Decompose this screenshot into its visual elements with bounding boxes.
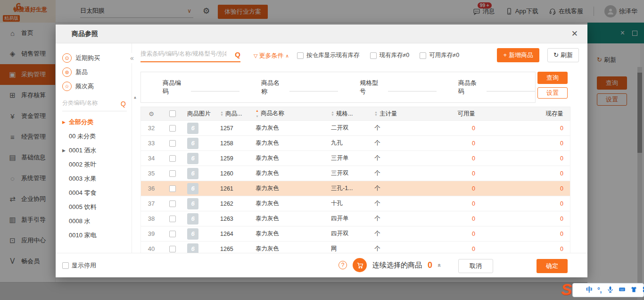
microphone-icon[interactable] (607, 286, 614, 294)
column-header-stock[interactable]: 现存量 (475, 110, 570, 118)
row-checkbox[interactable] (162, 216, 183, 222)
table-row[interactable]: 36 6 1261 泰力灰色 三孔-1... 个 0 0 (141, 181, 570, 196)
quick-filter-item[interactable]: ☆ 频次高 (62, 79, 132, 93)
category-label: 0002 茶叶 (69, 160, 97, 169)
row-checkbox[interactable] (162, 185, 183, 192)
filter-field-input[interactable] (388, 83, 437, 92)
checkbox-icon (370, 52, 377, 59)
close-icon[interactable]: ✕ (571, 29, 578, 39)
category-item[interactable]: ▶ 0001 酒水 (62, 143, 132, 158)
row-image-cell: 6 (183, 228, 220, 240)
search-icon[interactable]: Q (121, 100, 126, 108)
more-filters-toggle[interactable]: ▽更多条件∧ (254, 51, 289, 60)
expand-selection-icon[interactable]: « (436, 263, 443, 267)
table-scroll-up-icon[interactable]: ▲ (132, 95, 138, 100)
skin-shirt-icon[interactable] (630, 286, 637, 294)
column-settings-gear-icon[interactable]: ⚙ (141, 110, 162, 117)
column-header-unit[interactable]: ▲▼主计量 (374, 110, 414, 118)
category-item[interactable]: 0008 水 (62, 214, 132, 228)
add-product-button[interactable]: +新增商品 (497, 48, 539, 62)
row-stock: 0 (475, 170, 570, 177)
table-row[interactable]: 34 6 1259 泰力灰色 三开单 个 0 0 (141, 151, 570, 166)
filter-field-input[interactable] (289, 83, 338, 92)
category-item[interactable]: ▶ 全部分类 (62, 115, 132, 129)
ime-punctuation-icon[interactable]: °, (597, 286, 602, 294)
row-available: 0 (414, 170, 475, 177)
cancel-button[interactable]: 取消 (458, 259, 493, 273)
filter-field: 规格型号 (360, 79, 437, 96)
toolbox-grid-icon[interactable] (642, 286, 644, 294)
table-row[interactable]: 38 6 1263 泰力灰色 四开单 个 0 0 (141, 211, 570, 226)
row-image-cell: 6 (183, 198, 220, 209)
column-header-code[interactable]: ▲▼商品... (220, 110, 256, 118)
keyboard-icon[interactable] (619, 286, 626, 294)
category-item[interactable]: 0005 饮料 (62, 200, 132, 214)
row-image-cell: 6 (183, 213, 220, 225)
table-row[interactable]: 37 6 1262 泰力灰色 十孔 个 0 0 (141, 196, 570, 211)
help-icon[interactable]: ? (339, 261, 347, 269)
row-checkbox[interactable] (162, 246, 183, 252)
row-unit: 个 (374, 124, 414, 132)
column-header-available[interactable]: 可用量 (414, 110, 475, 118)
row-checkbox[interactable] (162, 140, 183, 147)
category-item[interactable]: 0003 水果 (62, 172, 132, 186)
column-header-name[interactable]: ▲▼商品名称 (256, 109, 331, 118)
product-image-placeholder-icon: 6 (187, 138, 198, 149)
quick-filter-item[interactable]: ⊙ 近期购买 (62, 51, 132, 65)
row-image-cell: 6 (183, 138, 220, 149)
search-icon[interactable]: Q (235, 50, 240, 58)
confirm-button[interactable]: 确定 (537, 259, 568, 273)
table-header-row: ⚙ 商品图片 ▲▼商品... ▲▼商品名称 ▲▼规格... ▲▼主计量 可用量 … (140, 107, 570, 121)
category-item[interactable]: 0002 茶叶 (62, 158, 132, 172)
category-item[interactable]: 0010 家电 (62, 228, 132, 242)
row-spec: 三孔-1... (331, 184, 374, 192)
row-checkbox[interactable] (162, 125, 183, 132)
row-unit: 个 (374, 184, 414, 192)
settings-button[interactable]: 设置 (537, 87, 568, 99)
stock-filter-checkbox[interactable]: 现有库存≠0 (370, 51, 410, 59)
quick-filter-item[interactable]: ⊛ 新品 (62, 65, 132, 79)
show-disabled-checkbox[interactable]: 显示停用 (62, 261, 96, 270)
table-row[interactable]: 32 6 1257 泰力灰色 二开双 个 0 0 (141, 121, 570, 136)
stock-filter-checkbox[interactable]: 按仓库显示现有库存 (297, 51, 360, 59)
row-checkbox[interactable] (162, 231, 183, 237)
stock-filter-checkbox[interactable]: 可用库存≠0 (420, 51, 459, 59)
table-row[interactable]: 35 6 1260 泰力灰色 三开双 个 0 0 (141, 166, 570, 181)
filter-field-input[interactable] (487, 83, 535, 92)
category-item[interactable]: 00 未分类 (62, 129, 132, 143)
table-row[interactable]: 40 6 1265 泰力灰色 网 个 0 0 (141, 242, 570, 253)
refresh-button[interactable]: ↻刷新 (547, 48, 579, 62)
query-button[interactable]: 查询 (537, 72, 568, 84)
category-item[interactable]: 0004 零食 (62, 186, 132, 200)
row-unit: 个 (374, 169, 414, 177)
select-all-checkbox[interactable] (162, 110, 183, 117)
column-header-image[interactable]: 商品图片 (183, 110, 220, 118)
product-image-placeholder-icon: 6 (187, 228, 198, 240)
row-unit: 个 (374, 230, 414, 238)
product-search-input[interactable] (140, 50, 226, 57)
sogou-logo-icon[interactable]: S (561, 280, 572, 299)
row-checkbox[interactable] (162, 170, 183, 177)
row-index: 33 (141, 140, 162, 147)
product-image-placeholder-icon: 6 (187, 153, 198, 164)
column-header-spec[interactable]: ▲▼规格... (331, 110, 374, 118)
table-row[interactable]: 33 6 1258 泰力灰色 九孔 个 0 0 (141, 136, 570, 151)
ime-mode-chinese[interactable]: 中 (586, 286, 593, 294)
modal-header: 商品参照 ✕ (56, 25, 587, 43)
product-table: ⚙ 商品图片 ▲▼商品... ▲▼商品名称 ▲▼规格... ▲▼主计量 可用量 … (140, 107, 570, 253)
checkbox-icon (169, 155, 176, 162)
product-image-placeholder-icon: 6 (187, 213, 198, 225)
category-search-input[interactable] (62, 100, 114, 106)
row-checkbox[interactable] (162, 155, 183, 162)
table-row[interactable]: 39 6 1264 泰力灰色 四开双 个 0 0 (141, 226, 570, 242)
row-stock: 0 (475, 140, 570, 147)
filter-field-input[interactable] (191, 83, 239, 92)
checkbox-icon (169, 110, 176, 117)
row-checkbox[interactable] (162, 200, 183, 207)
row-code: 1262 (220, 200, 256, 207)
product-image-placeholder-icon: 6 (187, 168, 198, 179)
cart-icon[interactable] (353, 258, 367, 272)
ime-toolbar: S 中 °, (561, 282, 644, 299)
collapse-panel-icon[interactable]: « (128, 53, 136, 63)
row-code: 1261 (220, 185, 256, 192)
